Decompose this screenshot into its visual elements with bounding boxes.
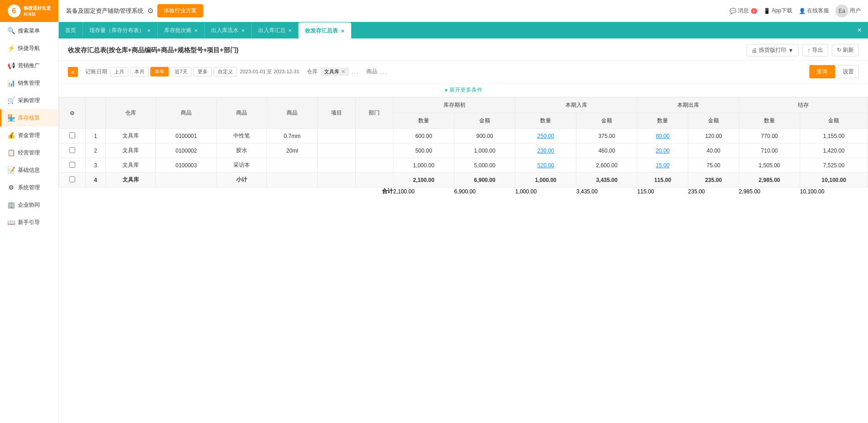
tab-batch-ledger[interactable]: 库存批次账×	[158, 22, 205, 38]
sidebar-item-guide[interactable]: 📖 新手引导	[0, 214, 58, 231]
row-in-amount-3: 3,435.00	[576, 173, 637, 187]
col-in-qty: 数量	[515, 113, 576, 129]
row-out-qty-2[interactable]: 15.00	[637, 158, 688, 173]
tab-close-inventory-dist[interactable]: ×	[147, 27, 151, 34]
tab-inventory-dist[interactable]: 现存量（库存分布表）×	[83, 22, 158, 38]
tab-in-out-flow[interactable]: 出入库流水×	[205, 22, 252, 38]
row-goods-name-1: 胶水	[217, 143, 267, 158]
goods-more[interactable]: ...	[380, 69, 387, 75]
row-in-qty-0[interactable]: 250.00	[515, 129, 576, 143]
date-btn-更多[interactable]: 更多	[194, 67, 212, 77]
sidebar-item-inventory[interactable]: 🏪 库存核算	[0, 109, 58, 126]
message-btn[interactable]: 💬 消息 6	[730, 7, 757, 15]
export-btn[interactable]: ↑ 导出	[802, 44, 828, 56]
row-project-3	[318, 173, 355, 187]
tab-label-in-out-flow: 出入库流水	[211, 27, 238, 34]
tab-label-recv-send-summary: 收发存汇总表	[305, 27, 338, 35]
sidebar-item-enterprise[interactable]: 🏢 企业协同	[0, 196, 58, 214]
tab-recv-send-summary[interactable]: 收发存汇总表×	[299, 22, 351, 38]
system-title: 装备及固定资产辅助管理系统	[66, 7, 144, 15]
expand-label: 展开更多条件	[449, 86, 482, 94]
col-settings[interactable]: ⚙	[59, 98, 86, 129]
col-settings-icon[interactable]: ⚙	[70, 110, 75, 116]
user-label: 用户	[850, 7, 861, 15]
sidebar-icon-basic-info: 📝	[7, 166, 15, 174]
tabbar-close-all[interactable]: ×	[851, 26, 868, 34]
col-warehouse: 仓库	[105, 98, 155, 129]
sidebar-item-basic-info[interactable]: 📝 基础信息	[0, 161, 58, 179]
row-checkbox-0[interactable]	[59, 129, 86, 143]
row-department-1	[355, 143, 393, 158]
sidebar-item-search[interactable]: 🔍 搜索菜单	[0, 22, 58, 39]
total-out-amount: 235.00	[688, 187, 739, 196]
refresh-icon: ↻	[837, 47, 841, 53]
sidebar-item-purchase[interactable]: 🛒 采购管理	[0, 92, 58, 109]
warehouse-tag-close[interactable]: ✕	[341, 69, 345, 75]
tab-close-in-out-summary[interactable]: ×	[288, 27, 292, 34]
settings-icon[interactable]: ⚙	[147, 6, 154, 15]
col-begin-amount: 金额	[454, 113, 515, 129]
sidebar-icon-inventory: 🏪	[7, 114, 15, 122]
row-in-qty-1[interactable]: 230.00	[515, 143, 576, 158]
sidebar-item-finance[interactable]: 💰 资金管理	[0, 126, 58, 144]
date-btn-近7天[interactable]: 近7天	[171, 67, 192, 77]
sidebar-item-quick-nav[interactable]: ⚡ 快捷导航	[0, 39, 58, 57]
sidebar-label-enterprise: 企业协同	[18, 201, 40, 209]
row-checkbox-1[interactable]	[59, 143, 86, 158]
logo-area: 6 畅捷通好生意 标准版	[0, 0, 58, 22]
row-begin-amount-0: 900.00	[454, 129, 515, 143]
row-no-2: 3	[85, 158, 105, 173]
online-service-btn[interactable]: 👤 在线客服	[799, 7, 829, 15]
row-checkbox-2[interactable]	[59, 158, 86, 173]
sidebar-label-system: 系统管理	[18, 184, 40, 192]
date-btn-上月[interactable]: 上月	[110, 67, 128, 77]
print-icon: 🖨	[752, 47, 757, 54]
app-download-btn[interactable]: 📱 App下载	[763, 7, 792, 15]
main-table: ⚙ 仓库 商品 商品 商品 项目 部门 库存期初 本期入库 本期出库	[59, 97, 868, 195]
tab-home[interactable]: 首页	[59, 22, 83, 38]
col-out-amount: 金额	[688, 113, 739, 129]
sidebar-item-sales[interactable]: 📊 销售管理	[0, 74, 58, 92]
tab-close-batch-ledger[interactable]: ×	[194, 27, 198, 34]
expand-conditions-btn[interactable]: ▾ 展开更多条件	[59, 83, 868, 97]
table-row: 4 文具库 小计 2,100.00 6,900.00 1,000.00 3,43…	[59, 173, 868, 187]
query-btn[interactable]: 查询	[809, 65, 835, 78]
collapse-btn[interactable]: «	[68, 67, 78, 77]
date-btn-自定义[interactable]: 自定义	[214, 67, 237, 77]
row-out-qty-0[interactable]: 80.00	[637, 129, 688, 143]
total-out-qty: 115.00	[637, 187, 688, 196]
row-goods-spec-3	[267, 173, 318, 187]
row-checkbox-3[interactable]	[59, 173, 86, 187]
trial-btn[interactable]: 体验行业方案	[157, 4, 203, 17]
sidebar-item-system[interactable]: ⚙ 系统管理	[0, 179, 58, 196]
table-row: 2 文具库 0100002 胶水 20ml 500.00 1,000.00 23…	[59, 143, 868, 158]
row-out-qty-1[interactable]: 20.00	[637, 143, 688, 158]
topbar-right: 💬 消息 6 📱 App下载 👤 在线客服 Ea 用户	[730, 5, 861, 17]
print-btn[interactable]: 🖨 拣货版打印 ▼	[746, 44, 799, 56]
page-header-actions: 🖨 拣货版打印 ▼ ↑ 导出 ↻ 刷新	[746, 44, 859, 56]
page: 收发存汇总表(按仓库+商品编码+商品+规格型号+项目+部门) 🖨 拣货版打印 ▼…	[59, 38, 868, 423]
tab-close-recv-send-summary[interactable]: ×	[341, 27, 344, 34]
filter-settings-btn[interactable]: 设置	[838, 65, 859, 78]
sidebar-item-operations[interactable]: 📋 经营管理	[0, 144, 58, 161]
date-btn-本年[interactable]: 本年	[150, 67, 169, 77]
date-btn-本月[interactable]: 本月	[130, 67, 149, 77]
tab-in-out-summary[interactable]: 出入库汇总×	[252, 22, 299, 38]
sidebar-label-purchase: 采购管理	[18, 97, 40, 104]
sidebar-item-marketing[interactable]: 📢 营销推广	[0, 57, 58, 74]
row-out-amount-2: 75.00	[688, 158, 739, 173]
row-in-qty-2[interactable]: 520.00	[515, 158, 576, 173]
message-label: 消息	[738, 7, 749, 15]
warehouse-more[interactable]: ...	[352, 69, 359, 75]
row-bal-amount-1: 1,420.00	[800, 143, 868, 158]
tab-close-in-out-flow[interactable]: ×	[241, 27, 245, 34]
user-area[interactable]: Ea 用户	[835, 5, 861, 17]
row-goods-code-2: 0100003	[156, 158, 217, 173]
topbar-left: 装备及固定资产辅助管理系统 ⚙ 体验行业方案	[66, 4, 203, 17]
total-in-amount: 3,435.00	[576, 187, 637, 196]
sidebar-icon-search: 🔍	[7, 27, 15, 35]
refresh-btn[interactable]: ↻ 刷新	[832, 44, 859, 56]
warehouse-tag[interactable]: 文具库 ✕	[321, 67, 349, 76]
row-begin-qty-0: 600.00	[393, 129, 454, 143]
page-title: 收发存汇总表(按仓库+商品编码+商品+规格型号+项目+部门)	[68, 46, 238, 55]
